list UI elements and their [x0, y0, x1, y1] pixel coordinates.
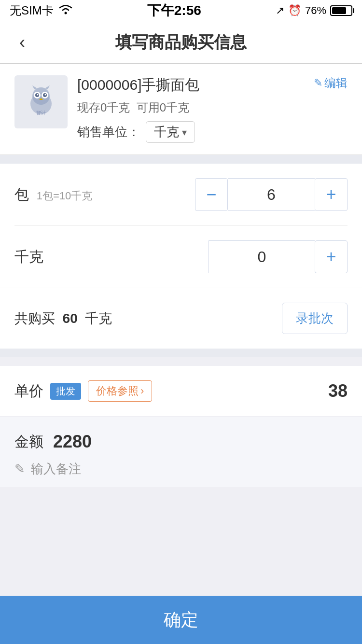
product-image: 智计: [14, 75, 68, 128]
unit-selector[interactable]: 千克 ▾: [146, 121, 195, 143]
quantity-label-kg: 千克: [14, 247, 43, 267]
quantity-control-kg: 0 +: [209, 240, 348, 273]
total-text: 共购买 60 千克: [14, 309, 112, 328]
price-badge: 批发: [50, 383, 81, 400]
quantity-row-kg: 千克 0 +: [14, 226, 348, 288]
edit-label: 编辑: [324, 75, 348, 91]
page-title: 填写商品购买信息: [115, 31, 247, 54]
price-left: 单价 批发 价格参照 ›: [14, 380, 152, 402]
status-time: 下午2:56: [147, 1, 201, 20]
amount-section: 金额 2280 ✎ 输入备注: [0, 417, 362, 487]
confirm-button[interactable]: 确定: [0, 596, 362, 644]
chevron-down-icon: ▾: [182, 126, 187, 138]
total-amount: 60: [63, 311, 78, 326]
quantity-control-bag: − 6 +: [195, 178, 348, 211]
price-value: 38: [328, 381, 348, 401]
carrier-label: 无SIM卡: [10, 3, 54, 18]
product-stock: 现存0千克 可用0千克: [77, 100, 348, 115]
remark-row[interactable]: ✎ 输入备注: [14, 461, 348, 477]
svg-text:智计: 智计: [36, 110, 46, 115]
edit-button[interactable]: ✎ 编辑: [314, 75, 348, 91]
section-divider-2: [0, 349, 362, 357]
edit-icon: ✎: [314, 77, 322, 89]
product-logo: 智计: [25, 84, 57, 121]
battery-percent: 76%: [305, 4, 326, 17]
increment-bag-button[interactable]: +: [315, 178, 348, 211]
quantity-hint-bag: 1包=10千克: [37, 190, 93, 202]
increment-kg-button[interactable]: +: [315, 240, 348, 273]
unit-value: 千克: [154, 124, 179, 140]
product-unit-row: 销售单位： 千克 ▾: [77, 121, 348, 143]
product-name: [0000006]手撕面包: [77, 75, 199, 95]
amount-label: 金额: [14, 432, 43, 452]
amount-value: 2280: [53, 432, 92, 452]
amount-row: 金额 2280: [14, 432, 348, 452]
alarm-icon: ⏰: [288, 4, 301, 17]
price-ref-label: 价格参照: [96, 384, 139, 398]
quantity-section: 包 1包=10千克 − 6 + 千克 0 +: [0, 164, 362, 288]
confirm-label: 确定: [164, 608, 198, 632]
svg-point-0: [64, 12, 67, 14]
status-left: 无SIM卡: [10, 3, 73, 18]
price-label: 单价: [14, 381, 43, 401]
remark-placeholder: 输入备注: [31, 461, 81, 477]
quantity-input-bag[interactable]: 6: [228, 178, 315, 211]
product-info: [0000006]手撕面包 ✎ 编辑 现存0千克 可用0千克 销售单位： 千克 …: [77, 75, 348, 143]
battery-icon: [330, 5, 352, 16]
quantity-row-bag: 包 1包=10千克 − 6 +: [14, 164, 348, 226]
quantity-label-bag: 包 1包=10千克: [14, 185, 92, 205]
unit-label: 销售单位：: [77, 124, 140, 140]
location-icon: ↗: [276, 4, 284, 17]
price-section: 单价 批发 价格参照 › 38: [0, 366, 362, 416]
wifi-icon: [58, 4, 73, 17]
section-divider-1: [0, 155, 362, 164]
product-card: 智计 [0000006]手撕面包 ✎ 编辑 现存0千克 可用0千克 销售单位：: [0, 64, 362, 155]
quantity-input-kg[interactable]: 0: [209, 240, 315, 273]
pencil-icon: ✎: [14, 462, 25, 476]
status-bar: 无SIM卡 下午2:56 ↗ ⏰ 76%: [0, 0, 362, 21]
price-reference-button[interactable]: 价格参照 ›: [88, 380, 152, 402]
svg-point-8: [45, 94, 46, 95]
svg-point-7: [37, 94, 39, 95]
status-right: ↗ ⏰ 76%: [276, 4, 352, 17]
chevron-right-icon: ›: [140, 385, 144, 397]
total-section: 共购买 60 千克 录批次: [0, 288, 362, 349]
nav-bar: ‹ 填写商品购买信息: [0, 21, 362, 64]
back-arrow-icon: ‹: [19, 32, 25, 53]
batch-button[interactable]: 录批次: [282, 303, 348, 334]
decrement-bag-button[interactable]: −: [195, 178, 228, 211]
back-button[interactable]: ‹: [12, 32, 33, 53]
